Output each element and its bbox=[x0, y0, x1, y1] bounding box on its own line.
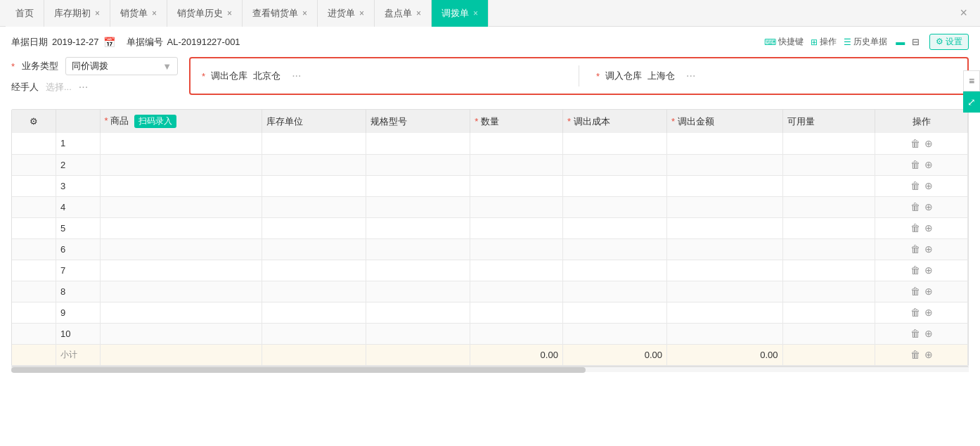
tab-bar-close-button[interactable]: × bbox=[953, 6, 974, 20]
copy-icon[interactable]: ⊕ bbox=[924, 349, 933, 360]
row-qty-cell[interactable] bbox=[470, 281, 563, 302]
source-warehouse-more[interactable]: ··· bbox=[292, 70, 301, 82]
copy-row-icon[interactable]: ⊕ bbox=[924, 307, 933, 318]
row-spec-cell[interactable] bbox=[366, 154, 470, 175]
copy-row-icon[interactable]: ⊕ bbox=[924, 265, 933, 276]
person-input[interactable]: 选择... bbox=[46, 81, 72, 94]
row-spec-cell[interactable] bbox=[366, 323, 470, 344]
row-unit-cell[interactable] bbox=[262, 238, 366, 260]
row-spec-cell[interactable] bbox=[366, 196, 470, 217]
row-qty-cell[interactable] bbox=[470, 175, 563, 196]
row-cost-cell[interactable] bbox=[562, 196, 666, 217]
row-spec-cell[interactable] bbox=[366, 238, 470, 260]
row-product-cell[interactable] bbox=[100, 238, 262, 260]
row-product-cell[interactable] bbox=[100, 175, 262, 196]
tab-sales[interactable]: 销货单 × bbox=[110, 0, 167, 27]
delete-row-icon[interactable]: 🗑 bbox=[910, 243, 920, 255]
row-unit-cell[interactable] bbox=[262, 281, 366, 302]
delete-row-icon[interactable]: 🗑 bbox=[910, 286, 920, 297]
tab-purchase[interactable]: 进货单 × bbox=[318, 0, 375, 27]
delete-icon[interactable]: 🗑 bbox=[910, 349, 920, 360]
row-qty-cell[interactable] bbox=[470, 302, 563, 323]
tab-purchase-close[interactable]: × bbox=[359, 8, 364, 18]
tab-view-sales[interactable]: 查看销货单 × bbox=[243, 0, 318, 27]
row-amount-cell[interactable] bbox=[667, 323, 783, 344]
row-amount-cell[interactable] bbox=[667, 196, 783, 217]
delete-row-icon[interactable]: 🗑 bbox=[910, 307, 920, 318]
delete-row-icon[interactable]: 🗑 bbox=[910, 180, 920, 191]
tab-inventory-count-close[interactable]: × bbox=[416, 8, 421, 18]
row-cost-cell[interactable] bbox=[562, 217, 666, 238]
row-spec-cell[interactable] bbox=[366, 217, 470, 238]
delete-row-icon[interactable]: 🗑 bbox=[910, 201, 920, 212]
target-warehouse-more[interactable]: ··· bbox=[686, 70, 695, 82]
row-cost-cell[interactable] bbox=[562, 133, 666, 154]
row-unit-cell[interactable] bbox=[262, 175, 366, 196]
row-unit-cell[interactable] bbox=[262, 323, 366, 344]
row-spec-cell[interactable] bbox=[366, 281, 470, 302]
tab-view-sales-close[interactable]: × bbox=[302, 8, 307, 18]
row-amount-cell[interactable] bbox=[667, 133, 783, 154]
row-amount-cell[interactable] bbox=[667, 238, 783, 260]
row-spec-cell[interactable] bbox=[366, 302, 470, 323]
delete-row-icon[interactable]: 🗑 bbox=[910, 328, 920, 339]
sidebar-list-icon[interactable]: ≡ bbox=[963, 70, 980, 91]
scroll-bar[interactable] bbox=[11, 367, 969, 372]
row-amount-cell[interactable] bbox=[667, 302, 783, 323]
row-unit-cell[interactable] bbox=[262, 217, 366, 238]
scan-button[interactable]: 扫码录入 bbox=[134, 115, 176, 128]
row-cost-cell[interactable] bbox=[562, 175, 666, 196]
tab-inventory[interactable]: 库存期初 × bbox=[44, 0, 110, 27]
row-product-cell[interactable] bbox=[100, 281, 262, 302]
row-unit-cell[interactable] bbox=[262, 133, 366, 154]
col-gear-header[interactable]: ⚙ bbox=[12, 110, 56, 133]
row-amount-cell[interactable] bbox=[667, 175, 783, 196]
person-more-icon[interactable]: ··· bbox=[79, 81, 88, 94]
list-view-icon[interactable]: ▬ bbox=[894, 36, 907, 49]
tab-sales-history-close[interactable]: × bbox=[227, 8, 232, 18]
tab-home[interactable]: 首页 bbox=[6, 0, 44, 27]
delete-row-icon[interactable]: 🗑 bbox=[910, 265, 920, 276]
row-qty-cell[interactable] bbox=[470, 196, 563, 217]
history-button[interactable]: ☰ 历史单据 bbox=[844, 36, 887, 48]
row-spec-cell[interactable] bbox=[366, 260, 470, 281]
row-cost-cell[interactable] bbox=[562, 302, 666, 323]
copy-row-icon[interactable]: ⊕ bbox=[924, 286, 933, 297]
tab-sales-history[interactable]: 销货单历史 × bbox=[167, 0, 243, 27]
row-amount-cell[interactable] bbox=[667, 154, 783, 175]
row-unit-cell[interactable] bbox=[262, 260, 366, 281]
delete-row-icon[interactable]: 🗑 bbox=[910, 222, 920, 234]
shortcut-button[interactable]: ⌨ 快捷键 bbox=[764, 36, 804, 48]
delete-row-icon[interactable]: 🗑 bbox=[910, 159, 920, 170]
row-product-cell[interactable] bbox=[100, 260, 262, 281]
row-cost-cell[interactable] bbox=[562, 281, 666, 302]
row-product-cell[interactable] bbox=[100, 323, 262, 344]
copy-row-icon[interactable]: ⊕ bbox=[924, 201, 933, 212]
grid-view-icon[interactable]: ⊟ bbox=[910, 36, 922, 49]
row-product-cell[interactable] bbox=[100, 196, 262, 217]
row-cost-cell[interactable] bbox=[562, 154, 666, 175]
calendar-icon[interactable]: 📅 bbox=[103, 37, 115, 48]
delete-row-icon[interactable]: 🗑 bbox=[910, 138, 920, 149]
row-cost-cell[interactable] bbox=[562, 260, 666, 281]
row-product-cell[interactable] bbox=[100, 302, 262, 323]
row-spec-cell[interactable] bbox=[366, 133, 470, 154]
copy-row-icon[interactable]: ⊕ bbox=[924, 243, 933, 255]
row-unit-cell[interactable] bbox=[262, 154, 366, 175]
row-unit-cell[interactable] bbox=[262, 302, 366, 323]
row-product-cell[interactable] bbox=[100, 133, 262, 154]
copy-row-icon[interactable]: ⊕ bbox=[924, 222, 933, 234]
copy-row-icon[interactable]: ⊕ bbox=[924, 180, 933, 191]
row-amount-cell[interactable] bbox=[667, 217, 783, 238]
setting-button[interactable]: ⚙ 设置 bbox=[929, 34, 969, 50]
biz-type-select[interactable]: 同价调拨 ▼ bbox=[65, 57, 178, 75]
tab-inventory-close[interactable]: × bbox=[95, 8, 100, 18]
row-qty-cell[interactable] bbox=[470, 154, 563, 175]
copy-row-icon[interactable]: ⊕ bbox=[924, 159, 933, 170]
row-amount-cell[interactable] bbox=[667, 281, 783, 302]
tab-sales-close[interactable]: × bbox=[152, 8, 157, 18]
row-cost-cell[interactable] bbox=[562, 323, 666, 344]
row-qty-cell[interactable] bbox=[470, 133, 563, 154]
row-qty-cell[interactable] bbox=[470, 323, 563, 344]
row-product-cell[interactable] bbox=[100, 154, 262, 175]
